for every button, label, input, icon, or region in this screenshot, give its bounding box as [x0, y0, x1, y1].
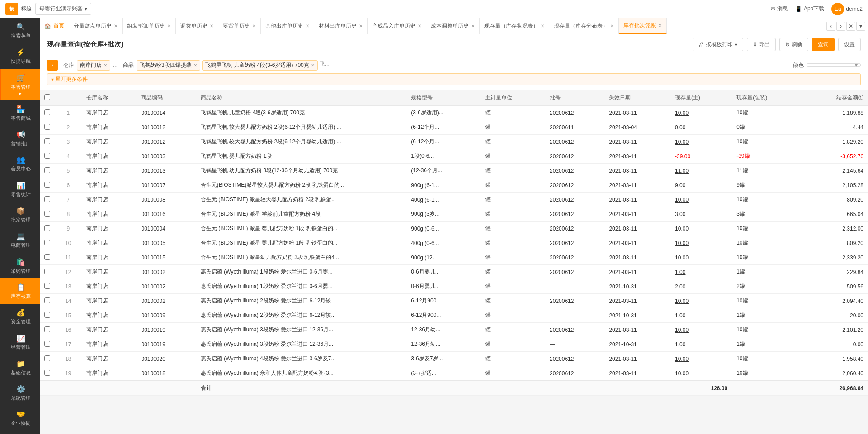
sidebar-item-guide[interactable]: 🎯 新手引导: [0, 431, 40, 434]
sidebar-item-retail-stats[interactable]: 📊 零售统计: [0, 177, 40, 202]
tab-inventory-dist[interactable]: 现存量（库存分布表） ✕: [549, 18, 619, 34]
row-stock-main[interactable]: 10.00: [670, 323, 732, 337]
tab-split-count[interactable]: 分量盘点单历史 ✕: [69, 18, 123, 34]
row-checkbox[interactable]: [44, 254, 50, 260]
row-stock-main[interactable]: 2.00: [670, 279, 732, 294]
print-btn[interactable]: 🖨 按模板打印 ▾: [693, 38, 743, 51]
row-checkbox[interactable]: [44, 297, 50, 303]
tab-disassemble-close[interactable]: ✕: [167, 24, 171, 28]
row-checkbox[interactable]: [44, 211, 50, 217]
row-checkbox[interactable]: [44, 370, 50, 376]
row-checkbox[interactable]: [44, 109, 50, 115]
tab-prev-btn[interactable]: ‹: [826, 22, 835, 31]
color-input[interactable]: ▾: [807, 63, 861, 67]
row-stock-main[interactable]: 1.00: [670, 265, 732, 279]
row-checkbox[interactable]: [44, 312, 50, 318]
expand-conditions-btn[interactable]: ▾ 展开更多条件: [47, 73, 861, 85]
tab-transfer[interactable]: 调拨单历史 ✕: [176, 18, 218, 34]
sidebar-item-finance[interactable]: 💰 资金管理: [0, 304, 40, 329]
row-stock-main[interactable]: 11.00: [670, 164, 732, 178]
row-checkbox[interactable]: [44, 355, 50, 361]
tab-transfer-close[interactable]: ✕: [210, 24, 213, 28]
tab-next-btn[interactable]: ›: [836, 22, 845, 31]
sidebar-item-operations[interactable]: 📈 经营管理: [0, 330, 40, 355]
company-selector[interactable]: 母婴行业演示账套 ▾: [35, 3, 91, 15]
sidebar-item-retail-mall[interactable]: 🏪 零售商城: [0, 100, 40, 126]
tab-product-in[interactable]: 产成品入库单历史 ✕: [368, 18, 426, 34]
row-stock-main[interactable]: 1.00: [670, 337, 732, 352]
tab-home[interactable]: 🏠 首页: [40, 18, 69, 34]
product-tag-2[interactable]: 飞鹤星飞帆 儿童奶粉 4段(3-6岁适用) 700克 ✕: [202, 60, 318, 71]
row-stock-main[interactable]: 9.00: [670, 178, 732, 193]
row-stock-main[interactable]: -39.00: [670, 149, 732, 164]
row-checkbox[interactable]: [44, 167, 50, 173]
warehouse-tag-1[interactable]: 南岸门店 ✕: [77, 60, 110, 71]
tab-material-out[interactable]: 材料出库单历史 ✕: [314, 18, 368, 34]
product-tag-2-close[interactable]: ✕: [311, 63, 315, 68]
tab-product-in-close[interactable]: ✕: [418, 24, 421, 28]
sidebar-item-basic-info[interactable]: 📁 基础信息: [0, 355, 40, 380]
sidebar-item-inventory[interactable]: 📋 库存核算: [0, 278, 40, 304]
tab-other-out[interactable]: 其他出库单历史 ✕: [261, 18, 314, 34]
row-stock-main[interactable]: 10.00: [670, 106, 732, 120]
row-stock-main[interactable]: 10.00: [670, 250, 732, 265]
tab-inventory-status[interactable]: 现存量（库存状况表） ✕: [480, 18, 549, 34]
product-tag-1[interactable]: 飞鹤奶粉3段四罐提装 ✕: [137, 60, 200, 71]
sidebar-item-marketing[interactable]: 📢 营销推广: [0, 126, 40, 151]
app-download-btn[interactable]: 📱 App下载: [795, 5, 824, 13]
row-checkbox[interactable]: [44, 283, 50, 289]
settings-btn[interactable]: 设置: [838, 38, 861, 51]
select-all-checkbox[interactable]: [44, 94, 50, 100]
row-checkbox[interactable]: [44, 225, 50, 231]
row-stock-main[interactable]: 10.00: [670, 193, 732, 207]
sidebar-item-quick-nav[interactable]: ⚡ 快捷导航: [0, 43, 40, 69]
row-stock-main[interactable]: 10.00: [670, 236, 732, 250]
tab-inventory-dist-close[interactable]: ✕: [610, 24, 614, 28]
row-stock-main[interactable]: 10.00: [670, 222, 732, 236]
sidebar-item-system[interactable]: ⚙️ 系统管理: [0, 380, 40, 406]
export-btn[interactable]: ⬇ 导出: [747, 38, 776, 51]
row-stock-main[interactable]: 1.00: [670, 308, 732, 323]
row-checkbox[interactable]: [44, 269, 50, 274]
tab-other-out-close[interactable]: ✕: [306, 24, 309, 28]
tab-inventory-status-close[interactable]: ✕: [541, 24, 544, 28]
sidebar-item-member[interactable]: 👥 会员中心: [0, 151, 40, 176]
product-tag-1-close[interactable]: ✕: [193, 63, 197, 68]
row-stock-main[interactable]: 10.00: [670, 135, 732, 149]
filter-expand-btn[interactable]: ›: [47, 60, 58, 71]
row-stock-main[interactable]: 10.00: [670, 294, 732, 308]
row-stock-main[interactable]: 10.00: [670, 352, 732, 366]
refresh-btn[interactable]: ↻ 刷新: [779, 38, 808, 51]
row-stock-main[interactable]: 10.00: [670, 366, 732, 381]
row-checkbox[interactable]: [44, 124, 50, 130]
messages-btn[interactable]: ✉ 消息: [771, 5, 788, 13]
row-checkbox[interactable]: [44, 153, 50, 159]
tab-batch-voucher[interactable]: 库存批次凭账 ✕: [619, 18, 667, 34]
sidebar-item-retail[interactable]: 🛒 零售管理 ▶: [0, 69, 40, 100]
user-menu[interactable]: Ea demo2: [831, 3, 863, 15]
row-checkbox[interactable]: [44, 341, 50, 347]
tab-cost-adjust-close[interactable]: ✕: [471, 24, 475, 28]
tab-require[interactable]: 要货单历史 ✕: [218, 18, 261, 34]
row-checkbox[interactable]: [44, 196, 50, 202]
tab-batch-voucher-close[interactable]: ✕: [658, 23, 662, 28]
tab-close-btn[interactable]: ✕: [846, 22, 855, 31]
row-checkbox[interactable]: [44, 326, 50, 332]
tab-menu-btn[interactable]: ▾: [856, 22, 865, 31]
row-checkbox[interactable]: [44, 138, 50, 144]
sidebar-item-search[interactable]: 🔍 搜索英单: [0, 18, 40, 43]
tab-require-close[interactable]: ✕: [252, 24, 256, 28]
sidebar-item-purchase[interactable]: 🛍️ 采购管理: [0, 253, 40, 278]
row-stock-main[interactable]: 0.00: [670, 120, 732, 135]
row-checkbox[interactable]: [44, 240, 50, 245]
sidebar-item-enterprise[interactable]: 🤝 企业协同: [0, 406, 40, 431]
sidebar-item-wholesale[interactable]: 📦 批发管理: [0, 202, 40, 227]
tab-disassemble[interactable]: 组装拆卸单历史 ✕: [123, 18, 176, 34]
sidebar-item-ecommerce[interactable]: 💻 电商管理: [0, 227, 40, 253]
tab-cost-adjust[interactable]: 成本调整单历史 ✕: [426, 18, 480, 34]
tab-material-out-close[interactable]: ✕: [359, 24, 363, 28]
warehouse-tag-close[interactable]: ✕: [104, 63, 107, 68]
tab-split-count-close[interactable]: ✕: [114, 24, 118, 28]
query-btn[interactable]: 查询: [812, 38, 835, 51]
row-checkbox[interactable]: [44, 182, 50, 188]
